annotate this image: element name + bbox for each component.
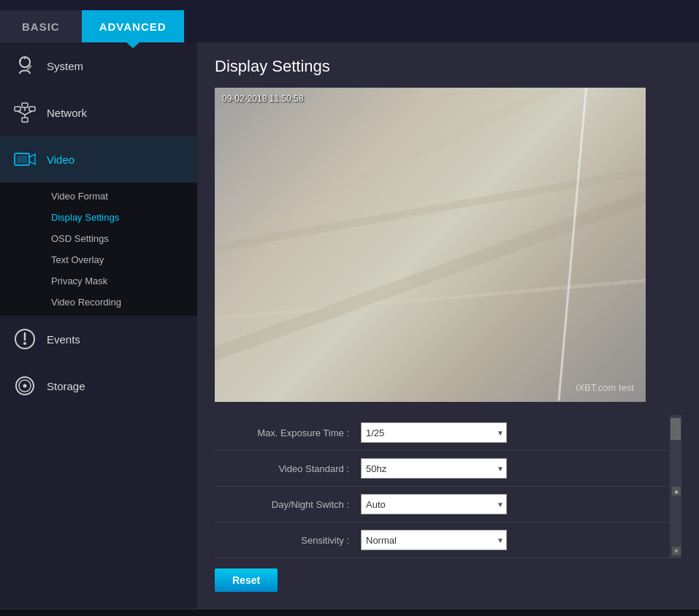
video-standard-row: Video Standard : 50hz 60hz: [215, 451, 681, 487]
sidebar-item-video[interactable]: Video: [0, 136, 197, 183]
svg-rect-6: [29, 107, 35, 111]
storage-icon: [12, 373, 38, 399]
svg-point-20: [23, 384, 27, 388]
max-exposure-select-wrapper: 1/25 1/50 1/100: [361, 422, 507, 443]
max-exposure-label: Max. Exposure Time :: [215, 427, 361, 438]
system-icon: [12, 53, 38, 79]
submenu-privacy-mask[interactable]: Privacy Mask: [44, 270, 197, 292]
camera-timestamp: 09-02-2018 11:50:58: [222, 94, 303, 104]
video-icon: [12, 146, 38, 172]
submenu-text-overlay[interactable]: Text Overlay: [44, 249, 197, 270]
sidebar: System Network: [0, 42, 197, 609]
scroll-thumb[interactable]: [671, 418, 681, 440]
sidebar-item-network[interactable]: Network: [0, 89, 197, 136]
submenu-video-format[interactable]: Video Format: [44, 186, 197, 207]
sensitivity-label: Sensitivity :: [215, 535, 361, 546]
svg-line-9: [18, 111, 25, 115]
svg-rect-4: [15, 107, 20, 111]
tab-basic[interactable]: BASIC: [0, 10, 82, 42]
sidebar-item-storage[interactable]: Storage: [0, 362, 197, 409]
network-icon: [12, 99, 38, 126]
submenu-osd-settings[interactable]: OSD Settings: [44, 228, 197, 249]
svg-rect-7: [22, 118, 28, 122]
max-exposure-select[interactable]: 1/25 1/50 1/100: [361, 422, 507, 443]
main-content: Display Settings 09-02-2018 11:50:58 iXB…: [197, 42, 699, 609]
svg-rect-14: [17, 156, 27, 163]
sidebar-item-events-label: Events: [47, 333, 80, 346]
sidebar-item-system-label: System: [47, 60, 83, 72]
sensitivity-select-wrapper: Normal Low High: [361, 530, 507, 550]
svg-marker-13: [29, 154, 35, 164]
page-title: Display Settings: [215, 57, 681, 76]
video-standard-select[interactable]: 50hz 60hz: [361, 458, 507, 479]
day-night-select[interactable]: Auto Day Night: [361, 494, 507, 514]
sidebar-item-network-label: Network: [47, 107, 87, 119]
submenu-video-recording[interactable]: Video Recording: [44, 292, 197, 313]
day-night-row: Day/Night Switch : Auto Day Night: [215, 487, 681, 522]
scrollbar[interactable]: ▼ ▲: [670, 415, 681, 558]
svg-line-10: [25, 111, 32, 115]
reset-button[interactable]: Reset: [215, 569, 278, 592]
sensitivity-select[interactable]: Normal Low High: [361, 530, 507, 550]
svg-rect-5: [22, 103, 28, 107]
sidebar-item-events[interactable]: Events: [0, 316, 197, 362]
events-icon: [12, 326, 38, 352]
camera-watermark: iXBT.com test: [576, 382, 634, 393]
sidebar-item-system[interactable]: System: [0, 42, 197, 89]
video-standard-label: Video Standard :: [215, 463, 361, 474]
max-exposure-row: Max. Exposure Time : 1/25 1/50 1/100: [215, 415, 681, 451]
footer: © Copyright 2017 TRENDnet. All Rights Re…: [0, 609, 699, 616]
sensitivity-row: Sensitivity : Normal Low High: [215, 522, 681, 558]
svg-point-17: [23, 342, 26, 345]
day-night-select-wrapper: Auto Day Night: [361, 494, 507, 514]
sidebar-item-storage-label: Storage: [47, 380, 85, 392]
tab-advanced[interactable]: ADVANCED: [82, 10, 184, 42]
camera-feed: 09-02-2018 11:50:58 iXBT.com test: [215, 88, 646, 402]
day-night-label: Day/Night Switch :: [215, 499, 361, 510]
submenu-display-settings[interactable]: Display Settings: [44, 207, 197, 228]
sidebar-item-video-label: Video: [47, 153, 75, 166]
camera-preview: 09-02-2018 11:50:58 iXBT.com test: [215, 88, 646, 402]
video-standard-select-wrapper: 50hz 60hz: [361, 458, 507, 479]
settings-form: ▼ ▲ Max. Exposure Time : 1/25 1/50 1/100: [215, 415, 681, 558]
video-submenu: Video Format Display Settings OSD Settin…: [0, 183, 197, 316]
